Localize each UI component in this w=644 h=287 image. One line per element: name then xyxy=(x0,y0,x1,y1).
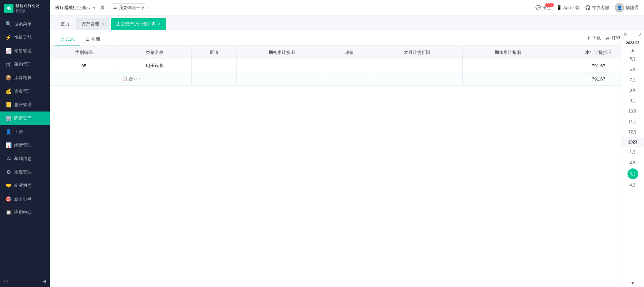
table-cell xyxy=(463,59,553,72)
sub-tab-detail[interactable]: ☰明细 xyxy=(80,33,105,45)
tab-label-depreciation-report: 固定资产折旧统计表 xyxy=(116,21,156,27)
sub-tabs: ◎汇总☰明细 ⬇ 下载 🖨 打印 ↺ 刷新 xyxy=(50,30,644,46)
date-month-item[interactable]: 9月 xyxy=(621,96,644,106)
sidebar-item-guide[interactable]: 🎯新手引导 xyxy=(0,192,50,206)
sidebar-item-sales[interactable]: 📈销售管理 xyxy=(0,44,50,58)
sub-tab-icon-summary: ◎ xyxy=(61,37,64,42)
sidebar-footer: ⚙ ◀ xyxy=(0,275,50,287)
content-area: ◎汇总☰明细 ⬇ 下载 🖨 打印 ↺ 刷新 xyxy=(50,30,644,287)
depreciation-table: 类别编码类别名称原值期初累计折旧净值本月计提折旧期末累计折旧本年计提折旧 05电… xyxy=(50,46,644,86)
sales-icon: 📈 xyxy=(5,48,11,54)
close-panel-btn[interactable]: ✕ xyxy=(623,32,627,37)
tab-home[interactable]: 首页 xyxy=(55,18,75,30)
sidebar-item-payroll[interactable]: 👤工资 xyxy=(0,125,50,138)
message-badge: 99+ xyxy=(545,3,554,7)
sidebar-menu: 🔍搜索菜单⚡快捷导航📈销售管理🛒采购管理📦库存核算💰资金管理📒总账管理🏢固定资产… xyxy=(0,17,50,275)
sidebar-item-appcenter[interactable]: 🔲应用中心 xyxy=(0,206,50,219)
sidebar-item-finance[interactable]: 💰资金管理 xyxy=(0,85,50,98)
online-service-label: 在线客服 xyxy=(592,5,609,11)
ledger-icon: 📒 xyxy=(5,102,11,108)
sidebar-item-ledger[interactable]: 📒总账管理 xyxy=(0,98,50,111)
company-name: 医疗器械行业演示 xyxy=(55,5,90,11)
date-month-item[interactable]: 12月 xyxy=(621,127,644,137)
sidebar-item-fixedasset[interactable]: 🏢固定资产 xyxy=(0,111,50,125)
sidebar-label-finance: 资金管理 xyxy=(14,88,32,94)
prev-month-btn[interactable]: ▲ xyxy=(629,46,636,54)
sidebar-label-quicknav: 快捷导航 xyxy=(14,34,32,40)
finance-icon: 💰 xyxy=(5,88,11,94)
date-month-item[interactable]: 3月 xyxy=(627,168,638,179)
date-month-item[interactable]: 7月 xyxy=(621,75,644,85)
total-cell xyxy=(327,72,372,86)
date-month-item[interactable]: 6月 xyxy=(621,64,644,75)
guide-icon: 🎯 xyxy=(5,196,11,202)
tabs-bar: 首页资产管理✕固定资产折旧统计表✕ xyxy=(50,15,644,30)
sidebar-item-basicinfo[interactable]: 🗂基础信息 xyxy=(0,152,50,165)
date-month-item[interactable]: 5月 xyxy=(621,54,644,64)
col-header: 净值 xyxy=(327,46,372,59)
sidebar-item-enterprise[interactable]: 🤝企业协同 xyxy=(0,179,50,192)
sidebar-label-basicinfo: 基础信息 xyxy=(14,156,32,162)
col-header: 类别编码 xyxy=(50,46,118,59)
sub-tab-summary[interactable]: ◎汇总 xyxy=(55,33,80,45)
collapse-icon[interactable]: ◀ xyxy=(42,279,46,284)
experience-label: 我要体验一下 xyxy=(119,5,145,11)
topbar-settings-icon[interactable]: ⚙ xyxy=(100,4,105,11)
date-month-item[interactable]: 1月 xyxy=(621,147,644,157)
app-download-btn[interactable]: 📱 App下载 xyxy=(556,5,580,11)
sidebar-label-sales: 销售管理 xyxy=(14,48,32,54)
payroll-icon: 👤 xyxy=(5,129,11,135)
tab-asset-mgmt[interactable]: 资产管理✕ xyxy=(76,18,110,30)
service-icon: 🎧 xyxy=(585,5,590,10)
date-list: 5月6月7月8月9月10月11月12月20231月2月3月4月 xyxy=(621,54,644,279)
download-btn[interactable]: ⬇ 下载 xyxy=(587,35,601,41)
sidebar-item-operations[interactable]: 📊经营管理 xyxy=(0,138,50,152)
table-header-row: 类别编码类别名称原值期初累计折旧净值本月计提折旧期末累计折旧本年计提折旧 xyxy=(50,46,644,59)
sidebar-item-search[interactable]: 🔍搜索菜单 xyxy=(0,17,50,31)
col-header: 原值 xyxy=(192,46,237,59)
date-month-item[interactable]: 4月 xyxy=(621,180,644,190)
next-month-btn[interactable]: ▼ xyxy=(629,279,636,287)
current-date-display: 2023.03 xyxy=(621,39,644,46)
message-btn[interactable]: 💬 消息 99+ xyxy=(535,5,551,11)
date-month-item[interactable]: 8月 xyxy=(621,85,644,96)
company-selector[interactable]: 医疗器械行业演示 ▼ xyxy=(55,5,96,11)
operations-icon: 📊 xyxy=(5,142,11,148)
date-month-item[interactable]: 2月 xyxy=(621,157,644,168)
user-btn[interactable]: 👤 畅捷通 xyxy=(615,3,639,12)
sidebar-item-inventory[interactable]: 📦库存核算 xyxy=(0,71,50,85)
total-cell xyxy=(372,72,463,86)
total-cell: 📋合计： xyxy=(118,72,191,86)
date-month-item[interactable]: 10月 xyxy=(621,106,644,117)
sidebar-label-payroll: 工资 xyxy=(14,129,23,135)
sub-tab-label-detail: 明细 xyxy=(91,36,100,42)
company-arrow-icon: ▼ xyxy=(92,6,96,10)
message-icon: 💬 xyxy=(535,5,541,10)
sidebar-label-ledger: 总账管理 xyxy=(14,102,32,108)
cloud-icon: ☁ xyxy=(113,5,117,10)
sidebar-item-quicknav[interactable]: ⚡快捷导航 xyxy=(0,31,50,44)
total-row: 📋合计：791.67 xyxy=(50,72,644,86)
sidebar-item-sysadmin[interactable]: ⚙系统管理 xyxy=(0,165,50,179)
online-service-btn[interactable]: 🎧 在线客服 xyxy=(585,5,609,11)
sidebar-item-purchase[interactable]: 🛒采购管理 xyxy=(0,58,50,71)
topbar-right: 💬 消息 99+ 📱 App下载 🎧 在线客服 👤 畅捷通 xyxy=(535,3,639,12)
total-cell xyxy=(463,72,553,86)
experience-btn[interactable]: ☁ 我要体验一下 xyxy=(109,3,149,12)
settings-icon[interactable]: ⚙ xyxy=(4,279,8,284)
app-icon: 📱 xyxy=(556,5,562,10)
print-btn[interactable]: 🖨 打印 xyxy=(606,35,620,41)
print-label: 打印 xyxy=(611,35,620,41)
sub-tabs-left: ◎汇总☰明细 xyxy=(55,33,105,45)
total-icon: 📋 xyxy=(122,76,127,81)
sidebar-label-sysadmin: 系统管理 xyxy=(14,169,32,175)
tab-close-asset-mgmt[interactable]: ✕ xyxy=(101,22,104,26)
expand-panel-btn[interactable]: ⤢ xyxy=(638,32,642,37)
sidebar-label-purchase: 采购管理 xyxy=(14,61,32,67)
sysadmin-icon: ⚙ xyxy=(5,169,11,175)
main-area: 医疗器械行业演示 ▼ ⚙ ☁ 我要体验一下 💬 消息 99+ 📱 App下载 🎧… xyxy=(50,0,644,287)
date-month-item[interactable]: 11月 xyxy=(621,117,644,127)
total-cell xyxy=(192,72,237,86)
tab-close-depreciation-report[interactable]: ✕ xyxy=(158,22,161,26)
tab-depreciation-report[interactable]: 固定资产折旧统计表✕ xyxy=(111,18,166,30)
